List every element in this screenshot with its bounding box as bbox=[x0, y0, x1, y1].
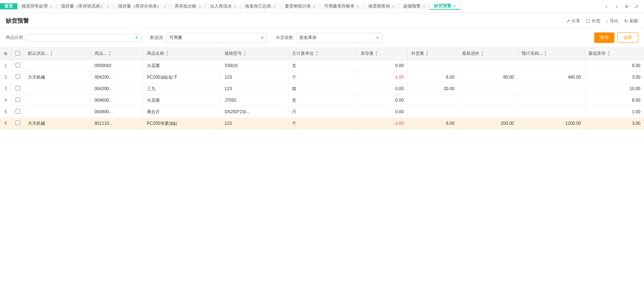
header-actions: ↗ 分享 ☐ 补货 ↓ 导出 ↻ 刷新 bbox=[566, 18, 639, 24]
row-checkbox[interactable] bbox=[16, 97, 20, 102]
tab-close-inventory-status[interactable]: × bbox=[106, 4, 109, 9]
export-btn[interactable]: ↓ 导出 bbox=[606, 18, 619, 24]
row-supplier bbox=[24, 60, 91, 71]
sort-min-icon[interactable]: ▲▼ bbox=[607, 50, 610, 57]
table-row: 2 力天机械 004200... PC200油缸缸子 123 个 -1.00 6… bbox=[0, 71, 644, 83]
tab-prev-btn[interactable]: ‹ bbox=[601, 1, 612, 12]
table-row: 5 004800... 离合片 DS250*23c... 只 0.00 1.00 bbox=[0, 106, 644, 118]
page-header: 缺货预警 ↗ 分享 ☐ 补货 ↓ 导出 ↻ 刷新 bbox=[0, 13, 644, 28]
tab-close-collection-summary[interactable]: × bbox=[273, 4, 275, 9]
replenish-btn[interactable]: ☐ 补货 bbox=[586, 18, 600, 24]
settings-button[interactable]: 设置 bbox=[617, 32, 638, 43]
row-name: 火花塞 bbox=[143, 94, 221, 106]
row-replenish-qty bbox=[408, 94, 458, 106]
row-checkbox[interactable] bbox=[16, 63, 20, 67]
data-source-label: 数据源 bbox=[150, 35, 163, 41]
row-checkbox[interactable] bbox=[16, 86, 20, 90]
select-all-checkbox[interactable] bbox=[16, 51, 20, 56]
tab-item-order-stats[interactable]: 要货单统计表× bbox=[280, 3, 320, 9]
sort-code-icon[interactable]: ▲▼ bbox=[108, 50, 111, 57]
row-replenish-qty bbox=[408, 60, 458, 71]
sort-supplier-icon[interactable]: ▲▼ bbox=[50, 50, 53, 57]
tab-close-inventory-dist[interactable]: × bbox=[164, 4, 166, 9]
sort-est-icon[interactable]: ▲▼ bbox=[544, 50, 547, 57]
row-checkbox-cell[interactable] bbox=[12, 83, 24, 94]
row-checkbox-cell[interactable] bbox=[12, 106, 24, 118]
tab-item-shortage-warning[interactable]: 缺货预警× bbox=[430, 3, 460, 10]
th-gear[interactable]: ⚙ bbox=[0, 48, 12, 60]
sort-replenish-icon[interactable]: ▲▼ bbox=[426, 50, 428, 57]
sort-name-icon[interactable]: ▲▼ bbox=[166, 50, 169, 57]
row-est-purchase bbox=[518, 106, 584, 118]
sort-unit-icon[interactable]: ▲▼ bbox=[315, 50, 318, 57]
query-button[interactable]: 查询 bbox=[594, 32, 614, 43]
row-min-stock: 1.00 bbox=[585, 106, 644, 118]
row-checkbox-cell[interactable] bbox=[12, 94, 24, 106]
tab-item-inventory-dist[interactable]: 现存量（库存分布表）× bbox=[114, 3, 170, 9]
row-min-stock: 10.00 bbox=[585, 83, 644, 94]
row-code: 0000042 bbox=[91, 60, 143, 71]
replenish-base-select[interactable]: 安全库存 ▼ bbox=[296, 33, 383, 43]
table-row: 6 力天机械 801110... PC200张紧油缸 123 个 -1.00 6… bbox=[0, 118, 644, 129]
table-body: 1 0000042 火花塞 SS816 支 0.00 8.00 2 力天机械 0… bbox=[0, 60, 644, 129]
tab-close-expiry-query[interactable]: × bbox=[392, 4, 394, 9]
tab-item-collection-summary[interactable]: 收发存汇总表× bbox=[241, 3, 280, 9]
row-unit: 只 bbox=[288, 106, 357, 118]
filter-bar: 商品分类 ▼ 数据源 可用量 ▼ 补货基数 安全库存 ▼ 查询 设置 bbox=[0, 28, 644, 48]
data-source-select[interactable]: 可用量 ▼ bbox=[166, 33, 267, 43]
tab-close-abnormal[interactable]: × bbox=[50, 4, 52, 9]
row-unit: 箱 bbox=[288, 83, 357, 94]
share-label: 分享 bbox=[571, 18, 580, 24]
row-stock: 0.00 bbox=[357, 106, 408, 118]
row-spec: J7092 bbox=[221, 94, 288, 106]
share-icon: ↗ bbox=[566, 18, 570, 24]
commodity-category-filter: 商品分类 ▼ bbox=[6, 34, 142, 41]
th-latest-price: 最新进价 ▲▼ bbox=[458, 48, 518, 60]
refresh-icon: ↻ bbox=[624, 18, 628, 24]
tab-maximize-btn[interactable]: ⤢ bbox=[632, 1, 642, 12]
tab-item-home[interactable]: 首页 bbox=[0, 3, 17, 9]
row-est-purchase bbox=[518, 60, 584, 71]
sort-price-icon[interactable]: ▲▼ bbox=[481, 50, 484, 57]
table-row: 3 004200... 三九 123 箱 0.00 20.00 10.00 bbox=[0, 83, 644, 94]
row-checkbox-cell[interactable] bbox=[12, 60, 24, 71]
tab-item-available-ledger[interactable]: 可用量库存账本× bbox=[320, 3, 364, 9]
row-checkbox-cell[interactable] bbox=[12, 71, 24, 83]
tab-close-overstock-warning[interactable]: × bbox=[423, 4, 425, 9]
row-checkbox[interactable] bbox=[16, 120, 20, 125]
row-num: 5 bbox=[0, 106, 12, 118]
row-checkbox[interactable] bbox=[16, 109, 20, 114]
row-est-purchase bbox=[518, 83, 584, 94]
tab-item-inout-flow[interactable]: 出入库流水× bbox=[206, 3, 241, 9]
export-icon: ↓ bbox=[606, 18, 609, 24]
row-latest-price bbox=[458, 83, 518, 94]
tab-close-batch-account[interactable]: × bbox=[199, 4, 201, 9]
tab-item-batch-account[interactable]: 库存批次账× bbox=[170, 3, 205, 9]
tab-item-overstock-warning[interactable]: 超储预警× bbox=[399, 3, 430, 9]
tab-item-abnormal[interactable]: 拣货异常处理× bbox=[17, 3, 57, 9]
tab-close-available-ledger[interactable]: × bbox=[357, 4, 359, 9]
tab-item-expiry-query[interactable]: 保质期查询× bbox=[364, 3, 399, 9]
tab-next-btn[interactable]: › bbox=[612, 1, 622, 12]
th-checkbox[interactable] bbox=[12, 48, 24, 60]
row-name: 离合片 bbox=[143, 106, 221, 118]
gear-icon[interactable]: ⚙ bbox=[4, 51, 8, 56]
sort-stock-icon[interactable]: ▲▼ bbox=[375, 50, 378, 57]
tab-close-btn[interactable]: ✕ bbox=[622, 1, 632, 12]
share-btn[interactable]: ↗ 分享 bbox=[566, 18, 580, 24]
tab-close-order-stats[interactable]: × bbox=[313, 4, 315, 9]
row-stock: -1.00 bbox=[357, 71, 408, 83]
row-checkbox-cell[interactable] bbox=[12, 118, 24, 129]
tab-item-inventory-status[interactable]: 现存量（库存状况表）× bbox=[57, 3, 113, 9]
refresh-btn[interactable]: ↻ 刷新 bbox=[624, 18, 638, 24]
row-name: PC200油缸缸子 bbox=[143, 71, 221, 83]
row-unit: 支 bbox=[288, 94, 357, 106]
commodity-category-select[interactable]: ▼ bbox=[26, 34, 142, 41]
row-est-purchase bbox=[518, 94, 584, 106]
tab-close-inout-flow[interactable]: × bbox=[234, 4, 236, 9]
tab-close-shortage-warning[interactable]: × bbox=[453, 4, 456, 8]
sort-spec-icon[interactable]: ▲▼ bbox=[243, 50, 246, 57]
th-commodity-code: 商品... ▲▼ bbox=[91, 48, 143, 60]
row-checkbox[interactable] bbox=[16, 74, 20, 79]
row-replenish-qty: 6.00 bbox=[408, 118, 458, 129]
